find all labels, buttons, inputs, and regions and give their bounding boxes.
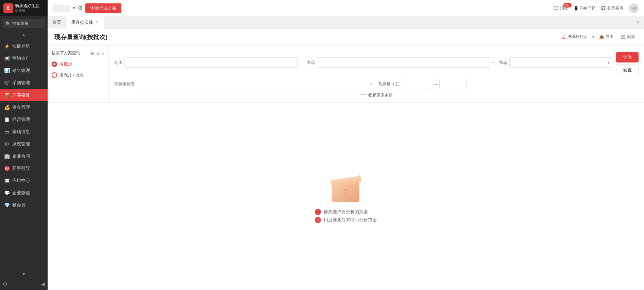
sidebar-item-vip[interactable]: 💎 畅会员 (0, 199, 48, 211)
system-icon: ⚙ (4, 141, 10, 147)
status-label: 状态 (499, 60, 507, 66)
scheme-settings-button[interactable]: ⚙ (96, 51, 100, 56)
sidebar-scroll-down[interactable]: ▼ (21, 271, 27, 277)
page-actions: 🖨 按模板打印 ▾ 📤 导出 🔄 刷新 (560, 33, 637, 41)
sidebar-item-inventory[interactable]: 📦 库存核算 (0, 89, 48, 101)
search-menu-button[interactable]: 🔍 搜索菜单 (3, 19, 45, 28)
quick-nav-icon: ⚡ (4, 43, 10, 49)
topbar-right: 💬 消息 99+ 📱 App下载 🎧 在线客服 Rit (554, 3, 639, 13)
app-title: 畅康通好生意 标准版 (15, 3, 39, 13)
sidebar-item-finance[interactable]: 💰 资金管理 (0, 101, 48, 113)
scheme-add-button[interactable]: ⊕ (90, 51, 95, 56)
filter-buttons: 查询 设置 (616, 50, 639, 75)
sidebar-settings-button[interactable]: ⚙ (3, 281, 7, 287)
sidebar: 6 畅康通好生意 标准版 🔍 搜索菜单 ▲ ⚡ 快捷导航 📢 营销推广 📊 销售… (0, 0, 48, 290)
chevron-up-icon: ⌃⌃ (360, 93, 367, 98)
print-dropdown-button[interactable]: ▾ (592, 35, 594, 39)
refresh-button[interactable]: 🔄 刷新 (618, 33, 637, 41)
scheme-radio-inactive (52, 72, 57, 78)
product-more-button[interactable]: ··· (492, 60, 495, 65)
print-icon: 🖨 (562, 35, 566, 39)
tabbar: 首页 库存批次账 × × (48, 16, 644, 29)
print-template-button[interactable]: 🖨 按模板打印 (560, 33, 590, 41)
sidebar-item-system[interactable]: ⚙ 系统管理 (0, 138, 48, 150)
operation-icon: 📋 (4, 117, 10, 122)
collapse-icon: « (102, 51, 104, 56)
sidebar-item-wechat[interactable]: 💬 企业微信 (0, 187, 48, 199)
scheme-item-batch[interactable]: 按批次 (48, 59, 108, 70)
stock-qty-range: — (405, 79, 467, 89)
app-download-button[interactable]: 📱 App下载 (574, 5, 595, 11)
empty-box-svg: ? ✦ ✦ (325, 169, 366, 203)
warehouse-more-button[interactable]: ··· (300, 60, 303, 65)
warehouse-filter-group: 仓库 ··· (114, 57, 303, 68)
tab-home[interactable]: 首页 (48, 16, 66, 29)
stock-status-select[interactable] (137, 79, 374, 89)
filter-row-1: 仓库 ··· 商品 ··· 状态 (114, 50, 639, 75)
scheme-item-warehouse-batch[interactable]: 按仓库+批次 (48, 70, 108, 80)
sidebar-item-newbie[interactable]: 🎯 新手引导 (0, 162, 48, 175)
sidebar-item-sales[interactable]: 📊 销售管理 (0, 65, 48, 77)
tip-num-1: 1 (315, 209, 321, 215)
status-select-wrapper: ▾ (509, 57, 612, 68)
apps-icon: 🔲 (4, 178, 10, 183)
stock-qty-max-input[interactable] (439, 79, 467, 89)
inventory-icon: 📦 (4, 92, 10, 98)
filter-row-2: 现存量状态 ▾ 现存量（主） — (114, 79, 639, 89)
stock-qty-min-input[interactable] (405, 79, 432, 89)
sidebar-collapse-button[interactable]: ◀ (41, 281, 45, 287)
sidebar-item-enterprise[interactable]: 🏢 企业协同 (0, 150, 48, 162)
online-service-button[interactable]: 🎧 在线客服 (601, 5, 624, 11)
newbie-icon: 🎯 (4, 166, 10, 171)
sidebar-header: 6 畅康通好生意 标准版 (0, 0, 48, 16)
export-button[interactable]: 📤 导出 (597, 33, 616, 41)
topbar-dropdown-button[interactable]: ▾ (73, 5, 75, 11)
gear-icon: ⚙ (78, 5, 83, 11)
warehouse-input[interactable] (124, 57, 298, 68)
stock-qty-filter-group: 现存量（主） — (378, 79, 639, 89)
page-header: 现存量查询(按批次) 🖨 按模板打印 ▾ 📤 导出 🔄 刷新 (48, 29, 644, 46)
sidebar-item-operation[interactable]: 📋 经营管理 (0, 113, 48, 126)
tab-close-button[interactable]: × (95, 20, 99, 25)
gear-small-icon: ⚙ (96, 51, 100, 56)
query-button[interactable]: 查询 (616, 52, 639, 62)
tab-panel-close-button[interactable]: × (633, 16, 644, 29)
status-select[interactable] (509, 57, 612, 68)
settings-icon: ⚙ (3, 281, 7, 287)
finance-icon: 💰 (4, 105, 10, 110)
stock-qty-label: 现存量（主） (378, 81, 403, 87)
experience-industry-button[interactable]: 体验行业方案 (85, 3, 121, 13)
stock-status-filter-group: 现存量状态 ▾ (114, 79, 374, 89)
download-icon: 📱 (574, 6, 579, 11)
product-input[interactable] (317, 57, 490, 68)
vip-icon: 💎 (4, 202, 10, 208)
content-area: 现存量查询(按批次) 🖨 按模板打印 ▾ 📤 导出 🔄 刷新 (48, 29, 644, 290)
headset-icon: 🎧 (601, 6, 606, 11)
purchase-icon: 🛒 (4, 80, 10, 86)
page-title: 现存量查询(按批次) (54, 33, 107, 41)
tip-text-1: 请先选择要分析的方案 (324, 209, 368, 215)
topbar: ▾ ⚙ 体验行业方案 💬 消息 99+ 📱 App下载 🎧 在线客服 (48, 0, 644, 16)
scheme-radio-active (52, 61, 57, 67)
product-label: 商品 (307, 60, 315, 66)
sidebar-scroll-up[interactable]: ▲ (21, 32, 27, 38)
collapse-more-conditions-button[interactable]: ⌃⌃ 收起更多条件 (360, 92, 393, 98)
tip-text-2: 用过滤条件来缩小分析范围 (324, 217, 377, 223)
sidebar-item-purchase[interactable]: 🛒 采购管理 (0, 77, 48, 89)
filter-settings-button[interactable]: 设置 (616, 65, 639, 75)
topbar-settings-button[interactable]: ⚙ (78, 5, 83, 11)
sidebar-item-basic[interactable]: 🗃 基础信息 (0, 126, 48, 138)
user-avatar[interactable]: Rit (629, 3, 639, 13)
sidebar-item-apps[interactable]: 🔲 应用中心 (0, 175, 48, 187)
empty-tip-1: 1 请先选择要分析的方案 (315, 209, 377, 215)
messages-badge: 99+ (563, 3, 572, 7)
empty-illustration: ? ✦ ✦ (325, 169, 366, 203)
messages-button[interactable]: 💬 消息 99+ (554, 5, 568, 11)
collapse-icon: ◀ (41, 281, 45, 287)
tab-inventory-batch[interactable]: 库存批次账 × (66, 16, 104, 29)
scheme-collapse-button[interactable]: « (102, 51, 104, 56)
range-separator: — (434, 81, 438, 87)
sidebar-item-marketing[interactable]: 📢 营销推广 (0, 52, 48, 65)
filter-panel: 按以下方案查询 ⊕ ⚙ « (48, 46, 644, 103)
sidebar-item-quick-nav[interactable]: ⚡ 快捷导航 (0, 40, 48, 52)
